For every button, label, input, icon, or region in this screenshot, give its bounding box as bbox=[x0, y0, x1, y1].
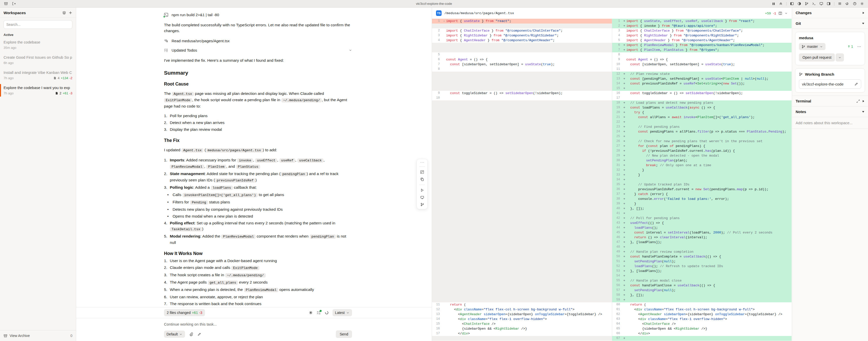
code-text: return () => clearInterval(interval); bbox=[626, 235, 707, 240]
diff-row: 33+ } bbox=[432, 173, 792, 177]
diff-sign bbox=[442, 129, 446, 134]
send-button[interactable]: Send bbox=[336, 330, 352, 338]
chevron-down-icon[interactable] bbox=[349, 49, 352, 52]
diff-sign bbox=[442, 293, 446, 298]
pause-icon[interactable] bbox=[772, 2, 775, 6]
diff-sign: + bbox=[622, 202, 626, 206]
message-composer: Default Send bbox=[76, 318, 432, 341]
play-icon[interactable] bbox=[420, 188, 424, 192]
tool-call-row[interactable]: npm run build 2>&1 | tail -80 bbox=[164, 13, 352, 17]
git-branch-icon[interactable] bbox=[805, 2, 809, 6]
changes-section-header[interactable]: Changes bbox=[792, 8, 868, 18]
line-number: 41 bbox=[612, 211, 622, 216]
line-number: 5 bbox=[612, 38, 622, 43]
tool-call-row[interactable]: Read medusa/src/pages/Agent.tsx bbox=[164, 39, 352, 43]
panel-left-icon[interactable] bbox=[790, 2, 794, 6]
files-changed-badge[interactable]: 2 files changed +61 -3 bbox=[164, 309, 205, 316]
code-text: const toggleSidebar = () => setSidebarOp… bbox=[626, 91, 743, 96]
chat-scroll-area[interactable]: npm run build 2>&1 | tail -80The build c… bbox=[76, 8, 432, 307]
diff-row: 14 <div className="flex flex-1 overflow-… bbox=[432, 317, 792, 321]
notes-input[interactable]: Add notes about this workspace... bbox=[792, 117, 868, 129]
slash-box-icon[interactable] bbox=[420, 170, 424, 174]
monitor-icon[interactable] bbox=[819, 2, 823, 6]
workspace-item[interactable]: Install and integrate Vibe Kanban Web C7… bbox=[0, 67, 76, 83]
diff-row: 14+ const previousPlanIdsRef = useRef<Se… bbox=[432, 81, 792, 86]
bold-text: Polling effect bbox=[170, 221, 194, 225]
file-icon bbox=[53, 76, 56, 80]
diff-sign: - bbox=[442, 19, 446, 24]
more-options-button[interactable] bbox=[857, 46, 861, 47]
contrast-icon[interactable] bbox=[797, 2, 801, 6]
pull-request-dropdown-button[interactable] bbox=[836, 53, 844, 61]
line-number: 23 bbox=[612, 124, 622, 129]
diff-sign: + bbox=[622, 182, 626, 187]
view-archive-button[interactable]: View Archive 0 bbox=[0, 330, 76, 341]
menu-icon[interactable] bbox=[838, 2, 842, 6]
workspace-item[interactable]: Explore the codebase35m ago bbox=[0, 37, 76, 52]
attach-file-button[interactable] bbox=[189, 332, 193, 336]
terminal-section-header[interactable]: Terminal bbox=[792, 96, 868, 106]
diff-sign bbox=[442, 144, 446, 149]
archive-icon[interactable] bbox=[4, 2, 8, 6]
plus-icon[interactable] bbox=[69, 11, 72, 15]
chat-paragraph: I updated Agent.tsx (medusa/src/pages/Ag… bbox=[164, 147, 352, 153]
spinner-icon[interactable] bbox=[325, 311, 329, 315]
drag-dots-icon[interactable] bbox=[420, 162, 424, 163]
line-number bbox=[432, 216, 442, 221]
line-number: 31 bbox=[612, 163, 622, 168]
panel-right-icon[interactable] bbox=[827, 2, 831, 6]
collapse-diff-icon[interactable] bbox=[784, 12, 788, 15]
diff-sign bbox=[442, 321, 446, 326]
changes-section-label: Changes bbox=[796, 11, 812, 15]
line-number: 14 bbox=[612, 81, 622, 86]
expand-icon[interactable] bbox=[856, 99, 860, 103]
open-pull-request-button[interactable]: Open pull request bbox=[799, 53, 835, 61]
active-section-label: Active bbox=[0, 30, 76, 37]
workspace-item[interactable]: Explore the codebase I want you to exp7h… bbox=[0, 83, 76, 98]
working-branch-field[interactable]: vk/3ccf-explore-the-code bbox=[799, 80, 861, 89]
git-branch-icon[interactable] bbox=[420, 203, 424, 207]
split-view-icon[interactable] bbox=[778, 11, 782, 15]
code-text: import { useState, useEffect, useRef, us… bbox=[626, 19, 755, 24]
annotate-button[interactable] bbox=[197, 332, 201, 336]
diff-sign: + bbox=[622, 196, 626, 202]
line-number bbox=[432, 48, 442, 52]
edit-branch-icon[interactable] bbox=[854, 82, 858, 86]
megaphone-icon[interactable] bbox=[845, 2, 849, 6]
diff-sign: + bbox=[622, 115, 626, 120]
latest-selector[interactable]: Latest bbox=[333, 309, 352, 316]
line-number: 17 bbox=[612, 96, 622, 100]
spark-icon[interactable] bbox=[309, 311, 313, 315]
terminal-icon[interactable] bbox=[812, 2, 816, 6]
line-number: 54 bbox=[612, 274, 622, 278]
line-number bbox=[432, 211, 442, 216]
diff-sign bbox=[442, 134, 446, 139]
search-input[interactable] bbox=[4, 20, 72, 29]
workspace-item[interactable]: Create Good First Issues on Github So p6… bbox=[0, 52, 76, 67]
tool-call-row[interactable]: Updated Todos bbox=[164, 48, 352, 52]
model-selector[interactable]: Default bbox=[164, 331, 185, 338]
todos-icon[interactable] bbox=[317, 311, 321, 315]
monitor-icon[interactable] bbox=[420, 195, 424, 199]
git-section-header[interactable]: Git bbox=[792, 18, 868, 29]
ordered-list: 4.Polling effect: Set up a polling inter… bbox=[164, 220, 352, 245]
chevrons-up-icon[interactable] bbox=[779, 2, 783, 6]
line-number: 62 bbox=[612, 312, 622, 317]
diff-file-header[interactable]: TS /medusa/medusa/src/pages/Agent.tsx +5… bbox=[432, 8, 792, 19]
diff-sign bbox=[622, 33, 626, 38]
sign-out-icon[interactable] bbox=[12, 2, 16, 6]
inline-code: pendingPlan bbox=[281, 172, 307, 176]
notes-section-header[interactable]: Notes bbox=[792, 106, 868, 117]
layers-icon[interactable] bbox=[62, 11, 66, 15]
line-number bbox=[432, 158, 442, 163]
diff-sign: + bbox=[622, 110, 626, 115]
line-number: 24 bbox=[612, 129, 622, 134]
settings-icon[interactable] bbox=[860, 2, 864, 6]
base-branch-selector[interactable]: master bbox=[799, 43, 826, 50]
line-number: 26 bbox=[612, 139, 622, 144]
sidebar-title: Workspaces bbox=[4, 11, 26, 15]
message-input[interactable] bbox=[164, 321, 352, 327]
help-icon[interactable] bbox=[853, 2, 857, 6]
copy-icon[interactable] bbox=[420, 177, 424, 181]
line-number: 11 bbox=[612, 67, 622, 71]
